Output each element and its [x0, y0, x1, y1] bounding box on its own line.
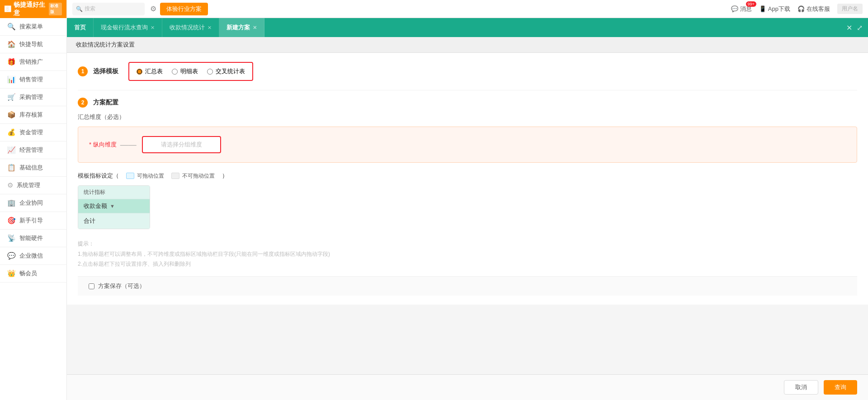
save-checkbox[interactable]	[89, 283, 94, 289]
tab-bank-flow-close[interactable]: ✕	[151, 25, 155, 31]
quick-nav-icon: 🏠	[7, 40, 16, 48]
tips-title: 提示：	[78, 240, 857, 248]
sidebar-item-marketing[interactable]: 🎁 营销推广	[0, 53, 66, 71]
sidebar-item-inventory[interactable]: 📦 库存核算	[0, 106, 66, 124]
content-area: 收款情况统计方案设置 1 选择模板 汇总表 明细表	[67, 37, 868, 374]
summary-dim-label: 汇总维度（必选）	[78, 113, 857, 121]
operation-icon: 📈	[7, 146, 16, 154]
radio-summary-input[interactable]	[137, 69, 142, 75]
query-button[interactable]: 查询	[824, 380, 857, 395]
tips-item-1: 1.拖动标题栏可以调整布局，不可跨维度或指标区域拖动栏目字段(只能在同一维度或指…	[78, 249, 857, 259]
sidebar-item-member[interactable]: 👑 畅会员	[0, 265, 66, 282]
step2-badge: 2	[78, 98, 88, 108]
radio-cross-label: 交叉统计表	[216, 67, 245, 75]
tab-new-plan[interactable]: 新建方案 ✕	[219, 18, 264, 37]
radio-detail[interactable]: 明细表	[172, 67, 198, 75]
sidebar-label-sales: 销售管理	[19, 75, 43, 84]
non-draggable-hint: 不可拖动位置	[171, 172, 215, 180]
basic-info-icon: 📋	[7, 164, 16, 172]
tips-item-2: 2.点击标题栏下拉可设置排序、插入列和删除列	[78, 259, 857, 269]
cancel-button[interactable]: 取消	[784, 380, 818, 395]
radio-detail-input[interactable]	[172, 69, 178, 75]
sidebar-item-finance[interactable]: 💰 资金管理	[0, 124, 66, 141]
system-icon: ⚙	[7, 181, 13, 189]
step1-row: 1 选择模板 汇总表 明细表 交叉统计表	[78, 62, 857, 81]
message-count: 99+	[746, 1, 756, 7]
topbar-right: 💬 消息 99+ 📱 App下载 🎧 在线客服 用户名	[731, 4, 863, 14]
sidebar-label-inventory: 库存核算	[19, 111, 43, 119]
username: 用户名	[837, 4, 863, 14]
message-badge[interactable]: 💬 消息 99+	[731, 5, 752, 13]
online-service[interactable]: 🎧 在线客服	[797, 5, 830, 13]
sidebar-item-smart-hardware[interactable]: 📡 智能硬件	[0, 230, 66, 247]
radio-detail-label: 明细表	[180, 67, 198, 75]
sidebar-label-search-menu: 搜索菜单	[19, 23, 43, 31]
indicator-cell-total: 合计	[78, 213, 150, 229]
sidebar-label-marketing: 营销推广	[19, 58, 43, 66]
col-header-label: 收款金额	[84, 202, 107, 210]
inventory-icon: 📦	[7, 111, 16, 119]
indicator-hint-row: 模板指标设定（ 可拖动位置 不可拖动位置 ）	[78, 172, 857, 180]
industry-plan-button[interactable]: 体验行业方案	[160, 3, 208, 15]
save-label: 方案保存（可选）	[98, 282, 145, 290]
purchase-icon: 🛒	[7, 93, 16, 101]
sidebar-label-member: 畅会员	[19, 269, 37, 278]
indicator-col-header[interactable]: 收款金额 ▼	[78, 199, 150, 213]
draggable-hint: 可拖动位置	[126, 172, 164, 180]
non-draggable-label: 不可拖动位置	[182, 172, 215, 180]
tab-receipt-stat-label: 收款情况统计	[170, 24, 205, 32]
sidebar-label-quick-nav: 快捷导航	[19, 40, 43, 48]
search-icon: 🔍	[76, 6, 83, 12]
app-download[interactable]: 📱 App下载	[759, 5, 790, 13]
tab-new-plan-close[interactable]: ✕	[253, 25, 257, 31]
vertical-dim-label: * 纵向维度	[89, 141, 117, 149]
dim-select-button[interactable]: 请选择分组维度	[142, 136, 221, 153]
search-placeholder: 搜索	[85, 5, 95, 13]
step2-row: 2 方案配置	[78, 98, 857, 108]
search-menu-icon: 🔍	[7, 23, 16, 31]
tab-bank-flow[interactable]: 现金银行流水查询 ✕	[94, 18, 162, 37]
app-download-label: App下载	[768, 5, 790, 13]
sidebar-item-system[interactable]: ⚙ 系统管理	[0, 177, 66, 194]
sidebar-item-newbie[interactable]: 🎯 新手引导	[0, 212, 66, 230]
sidebar-item-sales[interactable]: 📊 销售管理	[0, 71, 66, 89]
tab-bank-flow-label: 现金银行流水查询	[101, 24, 148, 32]
non-draggable-dot	[171, 173, 179, 179]
radio-summary-label: 汇总表	[145, 67, 163, 75]
sidebar-label-purchase: 采购管理	[19, 93, 43, 101]
logo-icon: 🅱	[5, 5, 11, 13]
tab-receipt-stat-close[interactable]: ✕	[208, 25, 212, 31]
sidebar-item-wechat[interactable]: 💬 企业微信	[0, 247, 66, 265]
indicator-grid: 统计指标 收款金额 ▼ 合计	[78, 185, 150, 229]
tab-close-all-icon[interactable]: ✕	[846, 24, 852, 32]
tab-receipt-stat[interactable]: 收款情况统计 ✕	[162, 18, 219, 37]
draggable-label: 可拖动位置	[137, 172, 164, 180]
sidebar-item-basic-info[interactable]: 📋 基础信息	[0, 159, 66, 177]
settings-icon[interactable]: ⚙	[150, 5, 156, 13]
sidebar-item-enterprise[interactable]: 🏢 企业协同	[0, 194, 66, 212]
sidebar-label-enterprise: 企业协同	[19, 199, 43, 207]
step1-badge: 1	[78, 66, 88, 76]
summary-dim-section: 汇总维度（必选） * 纵向维度 —— 请选择分组维度	[78, 113, 857, 163]
sidebar-item-purchase[interactable]: 🛒 采购管理	[0, 89, 66, 106]
sidebar-label-operation: 经营管理	[19, 146, 43, 154]
app-icon: 📱	[759, 5, 766, 12]
template-selection-box: 汇总表 明细表 交叉统计表	[128, 62, 253, 81]
tab-expand-icon[interactable]: ⤢	[857, 24, 863, 32]
sidebar-item-search-menu[interactable]: 🔍 搜索菜单	[0, 18, 66, 36]
sidebar-item-quick-nav[interactable]: 🏠 快捷导航	[0, 36, 66, 53]
radio-cross[interactable]: 交叉统计表	[207, 67, 245, 75]
chevron-down-icon: ▼	[110, 203, 115, 209]
tab-home[interactable]: 首页	[67, 18, 94, 37]
search-box[interactable]: 🔍 搜索	[72, 3, 145, 15]
step1-label: 选择模板	[93, 67, 118, 75]
sidebar-item-operation[interactable]: 📈 经营管理	[0, 141, 66, 159]
enterprise-icon: 🏢	[7, 199, 16, 207]
radio-cross-input[interactable]	[207, 69, 213, 75]
tabbar: 首页 现金银行流水查询 ✕ 收款情况统计 ✕ 新建方案 ✕ ✕ ⤢	[67, 18, 868, 37]
sales-icon: 📊	[7, 75, 16, 84]
sidebar-label-wechat: 企业微信	[19, 252, 43, 260]
footer-actions: 取消 查询	[67, 374, 868, 400]
radio-summary[interactable]: 汇总表	[137, 67, 163, 75]
sidebar: 🅱 畅捷通好生意 标准版 🔍 搜索菜单 🏠 快捷导航 🎁 营销推广 📊 销售管理…	[0, 0, 67, 400]
